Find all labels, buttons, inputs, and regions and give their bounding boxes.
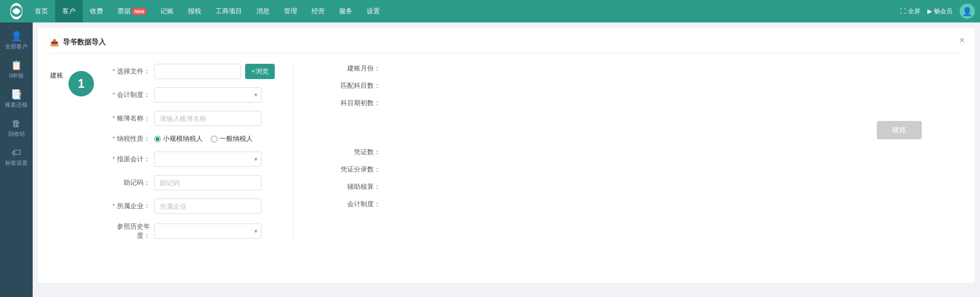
- play-icon: ▶: [927, 8, 932, 15]
- step-badge: 1: [68, 71, 94, 96]
- assist-code-label: 助记码：: [104, 178, 150, 187]
- divider: [293, 64, 294, 240]
- accounting-system-row: 会计制度：: [104, 87, 278, 103]
- dialog-header: 📤 导爷数据导入: [50, 38, 963, 54]
- user-avatar[interactable]: 👤: [960, 4, 975, 19]
- top-nav: 首页客户收费票据new记账报税工商项目消息管理经营服务设置 ⛶ 全屏 ▶ 畅会员…: [0, 0, 980, 22]
- sidebar-label-tags: 标签设置: [5, 159, 28, 167]
- assist-code-input[interactable]: [154, 175, 261, 190]
- nav-item-消息[interactable]: 消息: [249, 0, 277, 22]
- nav-right: ⛶ 全屏 ▶ 畅会员 👤: [900, 4, 975, 19]
- nav-item-服务[interactable]: 服务: [332, 0, 360, 22]
- tax-general-label: 一般纳税人: [220, 134, 253, 143]
- tax-type-radio-group: 小规模纳税人 一般纳税人: [154, 134, 253, 143]
- match-subject-row: 匹配科目数：: [329, 81, 963, 90]
- sidebar-label-declaration: 0申报: [9, 72, 23, 80]
- sidebar: 👤 全部客户 📋 0申报 📑 账套迁移 🗑 回收站 🏷 标签设置: [0, 22, 33, 297]
- app-logo: [5, 0, 28, 22]
- nav-badge-票据: new: [132, 8, 146, 15]
- accountant-select-wrapper: [154, 152, 261, 167]
- ledger-name-label: 账簿名称：: [104, 114, 150, 123]
- dialog-card: 📤 导爷数据导入 × 建账 1 选择文件：: [38, 28, 975, 283]
- owner-company-input[interactable]: [154, 199, 261, 214]
- sidebar-label-all-clients: 全部客户: [5, 43, 28, 51]
- voucher-count-row: 凭证数：: [329, 147, 963, 157]
- accountant-row: 指派会计：: [104, 152, 278, 167]
- file-input[interactable]: [154, 64, 241, 79]
- accountant-select[interactable]: [154, 152, 261, 167]
- tax-type-label: 纳税性质：: [104, 134, 150, 143]
- aux-calc-label: 辅助核算：: [329, 182, 380, 191]
- jianzhang-month-label: 建账月份：: [329, 64, 380, 73]
- owner-company-label: 所属企业：: [104, 202, 150, 211]
- aux-calc-row: 辅助核算：: [329, 182, 963, 191]
- tax-type-row: 纳税性质： 小规模纳税人 一般纳税人: [104, 134, 278, 143]
- nav-item-首页[interactable]: 首页: [28, 0, 55, 22]
- file-row: 选择文件： +浏览: [104, 64, 278, 79]
- right-fields: 建账月份： 匹配科目数： 科目期初数： 建账: [329, 64, 963, 209]
- nav-item-报税[interactable]: 报税: [181, 0, 208, 22]
- right-panel: 建账月份： 匹配科目数： 科目期初数： 建账: [309, 64, 963, 240]
- declaration-icon: 📋: [11, 61, 22, 70]
- sidebar-item-trash[interactable]: 🗑 回收站: [2, 115, 31, 142]
- history-year-label: 参照历史年度：: [104, 222, 150, 240]
- nav-item-设置[interactable]: 设置: [360, 0, 387, 22]
- migration-icon: 📑: [11, 90, 22, 99]
- create-account-button[interactable]: 建账: [877, 121, 922, 139]
- fullscreen-btn[interactable]: ⛶ 全屏: [900, 7, 920, 16]
- create-btn-wrapper: 建账: [329, 116, 963, 139]
- avatar-icon: 👤: [962, 7, 972, 16]
- voucher-count-label: 凭证数：: [329, 147, 380, 157]
- sidebar-item-tags[interactable]: 🏷 标签设置: [2, 144, 31, 171]
- ledger-name-input[interactable]: [154, 111, 261, 126]
- subject-init-label: 科目期初数：: [329, 98, 380, 108]
- close-button[interactable]: ×: [959, 36, 965, 45]
- history-year-row: 参照历史年度：: [104, 222, 278, 240]
- step-label: 建账: [50, 66, 63, 80]
- form-layout: 建账 1 选择文件： +浏览 会计制度：: [50, 64, 963, 240]
- nav-item-管理[interactable]: 管理: [277, 0, 304, 22]
- history-year-select[interactable]: [154, 224, 261, 239]
- sidebar-item-declaration[interactable]: 📋 0申报: [2, 57, 31, 84]
- main-content: 📤 导爷数据导入 × 建账 1 选择文件：: [33, 22, 980, 297]
- voucher-entries-row: 凭证分录数：: [329, 165, 963, 174]
- tax-general-radio[interactable]: 一般纳税人: [211, 134, 253, 143]
- nav-item-记账[interactable]: 记账: [153, 0, 181, 22]
- dialog-title: 导爷数据导入: [63, 38, 106, 47]
- nav-items: 首页客户收费票据new记账报税工商项目消息管理经营服务设置: [28, 0, 900, 22]
- file-label: 选择文件：: [104, 67, 150, 76]
- form-fields: 选择文件： +浏览 会计制度：: [104, 64, 278, 240]
- nav-item-经营[interactable]: 经营: [304, 0, 332, 22]
- assist-code-row: 助记码：: [104, 175, 278, 190]
- import-icon: 📤: [50, 38, 59, 46]
- history-year-select-wrapper: [154, 224, 261, 239]
- nav-item-客户[interactable]: 客户: [55, 0, 83, 22]
- sidebar-label-migration: 账套迁移: [5, 101, 28, 109]
- accounting-system2-label: 会计制度：: [329, 200, 380, 209]
- sidebar-item-migration[interactable]: 📑 账套迁移: [2, 86, 31, 113]
- member-btn[interactable]: ▶ 畅会员: [927, 7, 952, 16]
- tax-small-label: 小规模纳税人: [163, 134, 203, 143]
- accountant-label: 指派会计：: [104, 155, 150, 164]
- voucher-entries-label: 凭证分录数：: [329, 165, 380, 174]
- clients-icon: 👤: [11, 32, 22, 41]
- accounting-system-select-wrapper: [154, 87, 261, 103]
- accounting-system2-row: 会计制度：: [329, 200, 963, 209]
- owner-company-row: 所属企业：: [104, 199, 278, 214]
- accounting-system-select[interactable]: [154, 87, 261, 103]
- accounting-system-label: 会计制度：: [104, 90, 150, 100]
- match-subject-label: 匹配科目数：: [329, 81, 380, 90]
- nav-item-收费[interactable]: 收费: [83, 0, 110, 22]
- fullscreen-icon: ⛶: [900, 8, 906, 15]
- browse-button[interactable]: +浏览: [245, 64, 275, 79]
- sidebar-label-trash: 回收站: [8, 130, 25, 138]
- jianzhang-month-row: 建账月份：: [329, 64, 963, 73]
- nav-item-工商项目[interactable]: 工商项目: [208, 0, 249, 22]
- trash-icon: 🗑: [12, 119, 21, 128]
- tags-icon: 🏷: [12, 148, 21, 157]
- sidebar-item-all-clients[interactable]: 👤 全部客户: [2, 28, 31, 55]
- fullscreen-label: 全屏: [908, 7, 920, 16]
- member-label: 畅会员: [934, 7, 952, 16]
- tax-small-radio[interactable]: 小规模纳税人: [154, 134, 203, 143]
- nav-item-票据[interactable]: 票据new: [110, 0, 153, 22]
